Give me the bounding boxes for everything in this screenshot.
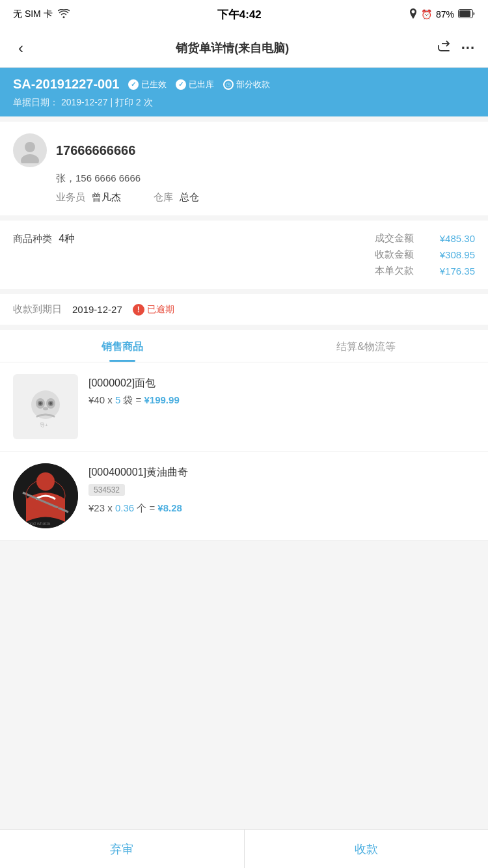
product-name-2: [000400001]黄油曲奇 — [88, 466, 475, 480]
salesman-value: 曾凡杰 — [92, 191, 121, 202]
arrears-value: ¥176.35 — [423, 265, 475, 277]
customer-meta: 业务员 曾凡杰 仓库 总仓 — [56, 191, 475, 204]
svg-point-16 — [36, 472, 55, 491]
badge-partial-payment: ◷ 部分收款 — [223, 79, 270, 90]
badge-shipped: ✓ 已出库 — [176, 79, 214, 90]
svg-text:导+: 导+ — [40, 422, 48, 428]
received-value: ¥308.95 — [423, 249, 475, 260]
more-icon[interactable]: ··· — [461, 40, 475, 57]
product-price-2: ¥23 — [88, 502, 105, 513]
amount-value: ¥485.30 — [423, 233, 475, 244]
product-total-1: ¥199.99 — [144, 394, 180, 405]
amount-row-deal: 成交金额 ¥485.30 — [375, 232, 475, 245]
tabs-section: 销售商品 结算&物流等 导+ — [0, 330, 488, 541]
product-thumbnail-2: diamond whatla — [13, 463, 78, 528]
product-price-row-1: ¥40 x 5 袋 = ¥199.99 — [88, 394, 475, 407]
carrier-text: 无 SIM 卡 — [13, 8, 53, 20]
clock-icon: ◷ — [223, 79, 234, 90]
received-label: 收款金额 — [375, 249, 414, 261]
wifi-icon — [58, 9, 70, 20]
tabs-row: 销售商品 结算&物流等 — [0, 330, 488, 362]
list-item: diamond whatla [000400001]黄油曲奇 534532 ¥2… — [0, 452, 488, 541]
product-list: 导+ [0000002]面包 ¥40 x 5 袋 = ¥199.99 — [0, 362, 488, 541]
nav-bar: ‹ 销货单详情(来自电脑) ··· — [0, 29, 488, 68]
svg-point-11 — [39, 402, 42, 405]
overdue-icon: ! — [133, 304, 144, 316]
order-date: 2019-12-27 — [61, 97, 108, 107]
amounts-section: 成交金额 ¥485.30 收款金额 ¥308.95 本单欠款 ¥176.35 — [375, 232, 475, 277]
date-label: 单据日期： — [13, 97, 59, 107]
print-count: 2 — [136, 97, 141, 107]
salesman-info: 业务员 曾凡杰 — [56, 191, 121, 204]
header-banner: SA-20191227-001 ✓ 已生效 ✓ 已出库 ◷ 部分收款 单据日期：… — [0, 68, 488, 116]
product-thumbnail-1: 导+ — [13, 374, 78, 439]
warehouse-info: 仓库 总仓 — [154, 191, 199, 204]
amount-row-received: 收款金额 ¥308.95 — [375, 249, 475, 261]
tab-sales-products[interactable]: 销售商品 — [0, 330, 244, 362]
nav-actions: ··· — [437, 39, 475, 57]
check-icon: ✓ — [128, 79, 139, 90]
warehouse-value: 总仓 — [180, 191, 199, 202]
category-label: 商品种类 — [13, 233, 52, 244]
customer-name-phone: 张，156 6666 6666 — [56, 172, 475, 185]
alarm-icon: ⏰ — [421, 9, 432, 20]
product-sku-2: 534532 — [88, 484, 125, 496]
share-icon[interactable] — [437, 39, 451, 57]
arrears-label: 本单欠款 — [375, 265, 414, 277]
customer-card: 17666666666 张，156 6666 6666 业务员 曾凡杰 仓库 总… — [0, 122, 488, 215]
overdue-text: 已逾期 — [147, 304, 174, 316]
product-info-2: [000400001]黄油曲奇 534532 ¥23 x 0.36 个 = ¥8… — [88, 463, 475, 515]
product-name-1: [0000002]面包 — [88, 377, 475, 390]
product-price-1: ¥40 — [88, 394, 105, 405]
customer-phone: 17666666666 — [56, 143, 135, 158]
product-unit-1: 袋 — [123, 394, 133, 405]
salesman-label: 业务员 — [56, 191, 85, 202]
overdue-badge: ! 已逾期 — [133, 304, 174, 316]
product-info-1: [0000002]面包 ¥40 x 5 袋 = ¥199.99 — [88, 374, 475, 407]
order-id: SA-20191227-001 — [13, 77, 119, 92]
svg-point-4 — [25, 142, 35, 152]
svg-point-13 — [43, 407, 48, 411]
status-bar: 无 SIM 卡 下午4:42 ⏰ 87% — [0, 0, 488, 29]
tab-settlement-logistics[interactable]: 结算&物流等 — [244, 330, 488, 362]
page-title: 销货单详情(来自电脑) — [29, 40, 437, 56]
product-total-2: ¥8.28 — [157, 502, 182, 513]
bottom-bar: 弃审 收款 — [0, 829, 488, 868]
summary-card: 商品种类 4种 成交金额 ¥485.30 收款金额 ¥308.95 本单欠款 ¥… — [0, 221, 488, 289]
header-date-row: 单据日期： 2019-12-27 | 打印 2 次 — [13, 97, 475, 109]
product-qty-2: 0.36 — [115, 502, 134, 513]
product-unit-2: 个 — [137, 502, 146, 513]
cancel-audit-button[interactable]: 弃审 — [0, 830, 245, 868]
back-button[interactable]: ‹ — [13, 34, 29, 62]
badge-activated: ✓ 已生效 — [128, 79, 167, 90]
amount-label: 成交金额 — [375, 232, 414, 245]
check-icon-2: ✓ — [176, 79, 186, 90]
product-qty-1: 5 — [115, 394, 120, 405]
collect-payment-button[interactable]: 收款 — [245, 830, 489, 868]
warehouse-label: 仓库 — [154, 191, 173, 202]
avatar — [13, 133, 47, 167]
status-bar-time: 下午4:42 — [217, 7, 262, 22]
due-date-value: 2019-12-27 — [72, 304, 122, 315]
due-date-card: 收款到期日 2019-12-27 ! 已逾期 — [0, 294, 488, 325]
product-price-row-2: ¥23 x 0.36 个 = ¥8.28 — [88, 502, 475, 515]
amount-row-arrears: 本单欠款 ¥176.35 — [375, 265, 475, 277]
svg-point-12 — [49, 402, 52, 405]
list-item: 导+ [0000002]面包 ¥40 x 5 袋 = ¥199.99 — [0, 362, 488, 452]
category-count: 4种 — [59, 233, 75, 244]
status-bar-left: 无 SIM 卡 — [13, 8, 70, 20]
status-bar-right: ⏰ 87% — [409, 8, 475, 21]
svg-rect-1 — [459, 10, 470, 17]
location-icon — [409, 8, 417, 21]
svg-text:diamond whatla: diamond whatla — [18, 521, 50, 526]
battery-icon — [458, 9, 475, 20]
category-section: 商品种类 4种 — [13, 232, 75, 246]
due-label: 收款到期日 — [13, 303, 62, 316]
print-suffix: 次 — [144, 97, 153, 107]
print-separator: | 打印 — [110, 97, 135, 107]
battery-text: 87% — [436, 9, 454, 20]
